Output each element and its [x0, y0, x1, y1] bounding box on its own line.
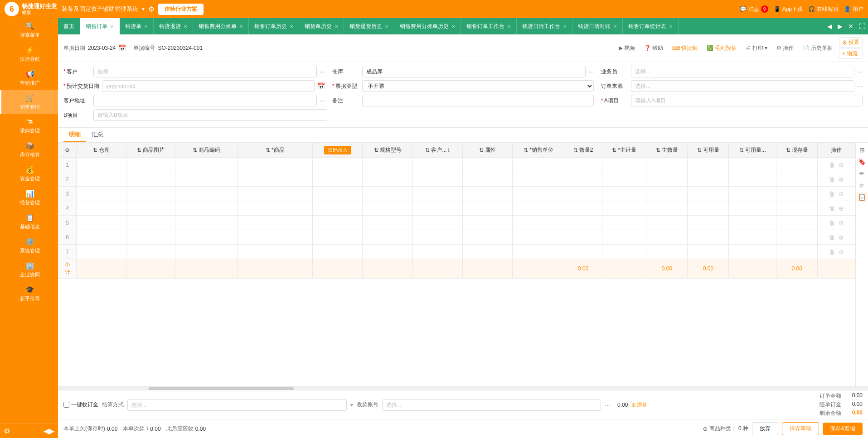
row-uom-1[interactable]	[602, 158, 646, 172]
sidebar-item-enterprise[interactable]: 🏢企业协同	[0, 258, 58, 282]
one-click-checkbox[interactable]	[63, 402, 69, 408]
sidebar-item-sales[interactable]: 🛒销售管理	[0, 90, 58, 114]
row-delete-4[interactable]: 🗑	[829, 205, 835, 212]
tab-sales_order[interactable]: 销售订单✕	[80, 18, 120, 34]
cust-info-icon[interactable]: ℹ	[448, 147, 450, 153]
row-name-7[interactable]	[238, 245, 312, 259]
row-delete-7[interactable]: 🗑	[829, 248, 835, 255]
row-qty2-2[interactable]	[564, 172, 602, 187]
one-click-deposit-check[interactable]: 一键收订金	[63, 401, 98, 409]
row-copy-4[interactable]: ⊕	[839, 205, 844, 212]
row-name-4[interactable]	[238, 201, 312, 216]
tab-sales_order_workbench[interactable]: 销售订单工作台✕	[461, 18, 517, 34]
warehouse-input[interactable]	[362, 66, 586, 77]
row-cust-3[interactable]	[412, 187, 462, 201]
print-btn[interactable]: 🖨 打印 ▾	[743, 43, 770, 53]
tab-close-sales_fee_history[interactable]: ✕	[451, 24, 455, 29]
row-mainqty-4[interactable]	[646, 201, 688, 216]
right-tool-task[interactable]: 📋	[857, 192, 868, 202]
row-wh-7[interactable]	[77, 245, 126, 259]
row-copy-3[interactable]: ⊕	[839, 190, 844, 197]
order-source-more-btn[interactable]: ···	[857, 82, 863, 90]
row-attr-3[interactable]	[463, 187, 513, 201]
sidebar-item-system[interactable]: ⚙️系统管理	[0, 234, 58, 258]
customer-input[interactable]	[93, 66, 317, 77]
row-copy-7[interactable]: ⊕	[839, 248, 844, 255]
row-mainqty-1[interactable]	[646, 158, 688, 172]
right-tool-grid[interactable]: ⊞	[857, 144, 868, 155]
tab-cash_daily[interactable]: 钱货日清工作台✕	[517, 18, 572, 34]
row-cust-5[interactable]	[412, 216, 462, 230]
account-input[interactable]	[382, 399, 601, 411]
add-material-btn[interactable]: + 物流	[839, 48, 863, 59]
row-unit-5[interactable]	[513, 216, 564, 230]
row-spec-6[interactable]	[363, 230, 412, 245]
tab-next-btn[interactable]: ▶	[835, 18, 845, 34]
row-uom-7[interactable]	[602, 245, 646, 259]
history-btn[interactable]: 📄 历史单据	[800, 43, 835, 53]
sidebar-item-marketing[interactable]: 📢营销推广	[0, 66, 58, 90]
a-project-input[interactable]	[631, 95, 863, 106]
row-attr-4[interactable]	[463, 201, 513, 216]
warehouse-more-btn[interactable]: ···	[588, 68, 594, 75]
row-name-3[interactable]	[238, 187, 312, 201]
scan-entry-btn[interactable]: 扫码录入	[324, 146, 351, 154]
invoice-select[interactable]: 不开票 增值税普通发票 增值税专用发票	[362, 80, 594, 92]
row-mainqty-2[interactable]	[646, 172, 688, 187]
sidebar-settings-icon[interactable]: ⚙	[4, 427, 10, 435]
curr-debt-info-icon[interactable]: ℹ	[146, 426, 148, 432]
dropdown-arrow[interactable]: ▾	[142, 6, 145, 12]
row-spec-5[interactable]	[363, 216, 412, 230]
row-name-2[interactable]	[238, 172, 312, 187]
row-copy-6[interactable]: ⊕	[839, 234, 844, 241]
right-tool-bookmark[interactable]: 🔖	[857, 156, 868, 167]
row-attr-2[interactable]	[463, 172, 513, 187]
row-name-1[interactable]	[238, 158, 312, 172]
delivery-date-input[interactable]	[102, 80, 315, 92]
tab-close-sales_stat[interactable]: ✕	[669, 24, 673, 29]
help-btn[interactable]: ❓ 帮助	[641, 43, 666, 53]
row-cust-7[interactable]	[412, 245, 462, 259]
row-uom-3[interactable]	[602, 187, 646, 201]
row-copy-2[interactable]: ⊕	[839, 176, 844, 183]
row-delete-2[interactable]: 🗑	[829, 176, 835, 183]
tab-sales_refund_history[interactable]: 销货退货历史✕	[344, 18, 394, 34]
tab-close-sales_fee[interactable]: ✕	[239, 24, 243, 29]
b-project-input[interactable]	[93, 109, 327, 121]
row-spec-4[interactable]	[363, 201, 412, 216]
row-uom-6[interactable]	[602, 230, 646, 245]
row-delete-1[interactable]: 🗑	[829, 161, 835, 168]
save-new-btn[interactable]: 保存&新增	[823, 423, 863, 435]
row-spec-1[interactable]	[363, 158, 412, 172]
tab-close-cash_check[interactable]: ✕	[613, 24, 617, 29]
row-attr-7[interactable]	[463, 245, 513, 259]
app-download-btn[interactable]: 📱 App下载	[774, 5, 803, 13]
account-more-btn[interactable]: ···	[605, 401, 610, 409]
salesperson-more-btn[interactable]: ···	[857, 68, 863, 75]
row-mainqty-5[interactable]	[646, 216, 688, 230]
row-uom-2[interactable]	[602, 172, 646, 187]
online-service-btn[interactable]: 🎧 在线客服	[808, 5, 839, 13]
row-attr-6[interactable]	[463, 230, 513, 245]
row-uom-4[interactable]	[602, 201, 646, 216]
row-spec-2[interactable]	[363, 172, 412, 187]
tab-sales_history[interactable]: 销售订单历史✕	[249, 18, 299, 34]
row-code-7[interactable]	[175, 245, 238, 259]
sidebar-item-quick[interactable]: ⚡快捷导航	[0, 42, 58, 66]
settlement-dropdown-icon[interactable]: ▾	[350, 402, 353, 408]
row-code-1[interactable]	[175, 158, 238, 172]
row-code-2[interactable]	[175, 172, 238, 187]
discard-btn[interactable]: 放弃	[752, 422, 778, 435]
sidebar-item-finance[interactable]: 💰资金管理	[0, 162, 58, 186]
order-source-input[interactable]	[631, 80, 854, 92]
row-unit-2[interactable]	[513, 172, 564, 187]
row-unit-7[interactable]	[513, 245, 564, 259]
tab-close-sales_return[interactable]: ✕	[144, 24, 148, 29]
row-unit-4[interactable]	[513, 201, 564, 216]
remark-input[interactable]	[362, 95, 594, 106]
tab-sales_fee[interactable]: 销售费用分摊单✕	[193, 18, 249, 34]
tab-close-sales_history[interactable]: ✕	[290, 24, 293, 29]
tab-sales_fee_history[interactable]: 销售费用分摊单历史✕	[394, 18, 461, 34]
row-wh-2[interactable]	[77, 172, 126, 187]
tab-close-sales_order[interactable]: ✕	[110, 24, 114, 29]
